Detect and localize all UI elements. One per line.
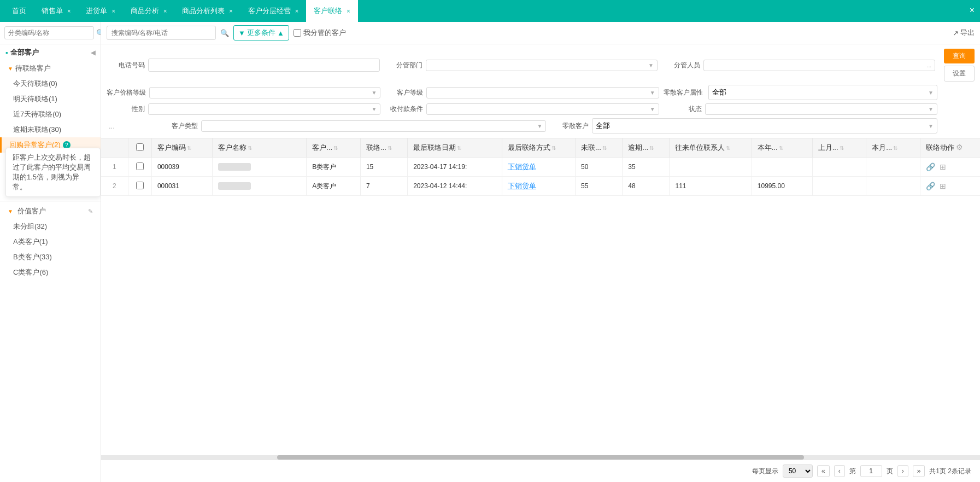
row2-date: 2023-04-12 14:44: bbox=[408, 177, 502, 196]
page-input[interactable] bbox=[860, 465, 882, 477]
row2-way-link[interactable]: 下销货单 bbox=[508, 182, 536, 190]
column-settings-icon[interactable]: ⚙ bbox=[956, 143, 963, 152]
more-filter-button[interactable]: ▼ 更多条件 ▲ bbox=[233, 25, 289, 40]
row2-way[interactable]: 下销货单 bbox=[502, 177, 575, 196]
row2-checkbox[interactable] bbox=[136, 182, 144, 189]
customer-type-select[interactable]: ▼ bbox=[201, 120, 547, 132]
nav-analysis[interactable]: 商品分析 × bbox=[123, 0, 174, 22]
row2-contact: 7 bbox=[360, 177, 407, 196]
row2-grid-icon[interactable]: ⊞ bbox=[940, 182, 946, 190]
scrollbar-thumb[interactable] bbox=[277, 455, 805, 460]
nav-analysis-list[interactable]: 商品分析列表 × bbox=[174, 0, 240, 22]
filter-search-input[interactable] bbox=[107, 26, 216, 40]
nav-sales[interactable]: 销售单 × bbox=[34, 0, 78, 22]
sort-uncontact-icon: ⇅ bbox=[602, 145, 607, 151]
more-dots[interactable]: ... bbox=[107, 122, 117, 130]
price-arrow-icon: ▼ bbox=[371, 90, 377, 96]
th-type[interactable]: 客户... ⇅ bbox=[307, 138, 361, 158]
row2-link-icon[interactable]: 🔗 bbox=[926, 182, 935, 190]
per-page-label: 每页显示 bbox=[752, 467, 778, 476]
filter-row-1: 电话号码 分管部门 ▼ 分管人员 ... 查询 设置 bbox=[107, 49, 975, 82]
prev-page-button[interactable]: ‹ bbox=[834, 465, 845, 477]
row1-check bbox=[128, 158, 151, 177]
filter-row-4: ... 客户类型 ▼ 零散客户 全部 ▼ bbox=[107, 118, 975, 133]
sidebar-class-b[interactable]: B类客户(33) bbox=[0, 249, 101, 265]
export-button[interactable]: ↗ 导出 bbox=[953, 28, 975, 38]
row1-checkbox[interactable] bbox=[136, 162, 144, 170]
nav-home[interactable]: 首页 bbox=[4, 0, 34, 22]
payment-select[interactable]: ▼ bbox=[426, 103, 659, 115]
th-contact[interactable]: 联络... ⇅ bbox=[360, 138, 407, 158]
sidebar-overdue-pending[interactable]: 逾期未联络(30) bbox=[0, 122, 101, 137]
th-way[interactable]: 最后联络方式 ⇅ bbox=[502, 138, 575, 158]
gender-select[interactable]: ▼ bbox=[148, 103, 380, 115]
close-analysis-list-icon[interactable]: × bbox=[229, 0, 232, 22]
row1-way[interactable]: 下销货单 bbox=[502, 158, 575, 177]
close-customer-tier-icon[interactable]: × bbox=[295, 0, 298, 22]
sidebar-unclassified[interactable]: 未分组(32) bbox=[0, 219, 101, 234]
status-select[interactable]: ▼ bbox=[705, 103, 937, 115]
close-sales-icon[interactable]: × bbox=[67, 0, 71, 22]
filter-search-icon[interactable]: 🔍 bbox=[220, 29, 229, 37]
sidebar-collapse-icon[interactable]: ◀ bbox=[91, 49, 95, 56]
th-uncontact[interactable]: 未联... ⇅ bbox=[575, 138, 622, 158]
my-customer-checkbox[interactable] bbox=[294, 29, 301, 37]
nav-customer-tier[interactable]: 客户分层经营 × bbox=[240, 0, 306, 22]
sort-company-icon: ⇅ bbox=[726, 145, 730, 151]
th-date[interactable]: 最后联络日期 ⇅ bbox=[408, 138, 502, 158]
th-company[interactable]: 往来单位联系人 ⇅ bbox=[670, 138, 752, 158]
sidebar-week-pending[interactable]: 近7天待联络(0) bbox=[0, 107, 101, 122]
row1-company bbox=[670, 158, 752, 177]
sidebar-all-customers[interactable]: ▪ 全部客户 ◀ bbox=[0, 44, 101, 61]
row1-link-icon[interactable]: 🔗 bbox=[926, 162, 935, 171]
horizontal-scrollbar[interactable] bbox=[101, 455, 980, 460]
row1-way-link[interactable]: 下销货单 bbox=[508, 162, 536, 171]
row2-lastmonth bbox=[812, 177, 866, 196]
dept-select[interactable]: ▼ bbox=[426, 60, 658, 71]
phone-input[interactable] bbox=[148, 59, 380, 72]
th-lastmonth[interactable]: 上月... ⇅ bbox=[812, 138, 866, 158]
nav-customer-contact[interactable]: 客户联络 × bbox=[306, 0, 357, 22]
retail-customer-arrow-icon: ▼ bbox=[928, 123, 934, 129]
sidebar-tomorrow-pending[interactable]: 明天待联络(1) bbox=[0, 91, 101, 107]
customer-price-select[interactable]: ▼ bbox=[149, 87, 380, 98]
sidebar-pending-group[interactable]: ▼ 待联络客户 bbox=[0, 61, 101, 76]
setting-button[interactable]: 设置 bbox=[944, 66, 975, 82]
sidebar-today-pending[interactable]: 今天待联络(0) bbox=[0, 76, 101, 91]
th-name[interactable]: 客户名称 ⇅ bbox=[212, 138, 307, 158]
close-customer-contact-icon[interactable]: × bbox=[347, 0, 350, 22]
last-page-button[interactable]: » bbox=[913, 465, 925, 477]
nav-purchase[interactable]: 进货单 × bbox=[78, 0, 122, 22]
phone-field: 电话号码 bbox=[107, 59, 380, 72]
customer-level-select[interactable]: ▼ bbox=[426, 87, 659, 98]
th-year[interactable]: 本年... ⇅ bbox=[752, 138, 812, 158]
th-thismonth[interactable]: 本月... ⇅ bbox=[866, 138, 920, 158]
edit-icon[interactable]: ✎ bbox=[88, 208, 93, 215]
sidebar-search-input[interactable] bbox=[4, 26, 94, 39]
customer-type-field: 客户类型 ▼ bbox=[160, 120, 547, 132]
close-analysis-icon[interactable]: × bbox=[163, 0, 167, 22]
first-page-button[interactable]: « bbox=[817, 465, 830, 477]
close-purchase-icon[interactable]: × bbox=[112, 0, 115, 22]
sidebar-search-icon[interactable]: 🔍 bbox=[96, 29, 101, 37]
th-overdue[interactable]: 逾期... ⇅ bbox=[623, 138, 670, 158]
query-button[interactable]: 查询 bbox=[944, 49, 975, 63]
retail-attr-select[interactable]: 全部 ▼ bbox=[708, 85, 937, 100]
row2-thismonth bbox=[866, 177, 920, 196]
check-all-checkbox[interactable] bbox=[136, 143, 144, 151]
page-end-label: 页 bbox=[887, 467, 893, 476]
retail-customer-select[interactable]: 全部 ▼ bbox=[592, 118, 937, 133]
my-customer-checkbox-area[interactable]: 我分管的客户 bbox=[294, 28, 346, 38]
sidebar-class-a[interactable]: A类客户(1) bbox=[0, 234, 101, 249]
th-code[interactable]: 客户编码 ⇅ bbox=[151, 138, 212, 158]
gender-arrow-icon: ▼ bbox=[371, 106, 377, 112]
sidebar-class-c[interactable]: C类客户(6) bbox=[0, 265, 101, 280]
next-page-button[interactable]: › bbox=[897, 465, 908, 477]
row1-grid-icon[interactable]: ⊞ bbox=[940, 162, 946, 171]
per-page-select[interactable]: 50 100 200 bbox=[783, 464, 813, 478]
manager-dots-icon: ... bbox=[927, 62, 931, 68]
payment-field: 收付款条件 ▼ bbox=[385, 103, 659, 115]
manager-select[interactable]: ... bbox=[703, 60, 935, 71]
sidebar-value-group[interactable]: ▼ 价值客户 ✎ bbox=[0, 204, 101, 219]
close-all-tabs-icon[interactable]: × bbox=[970, 5, 975, 15]
